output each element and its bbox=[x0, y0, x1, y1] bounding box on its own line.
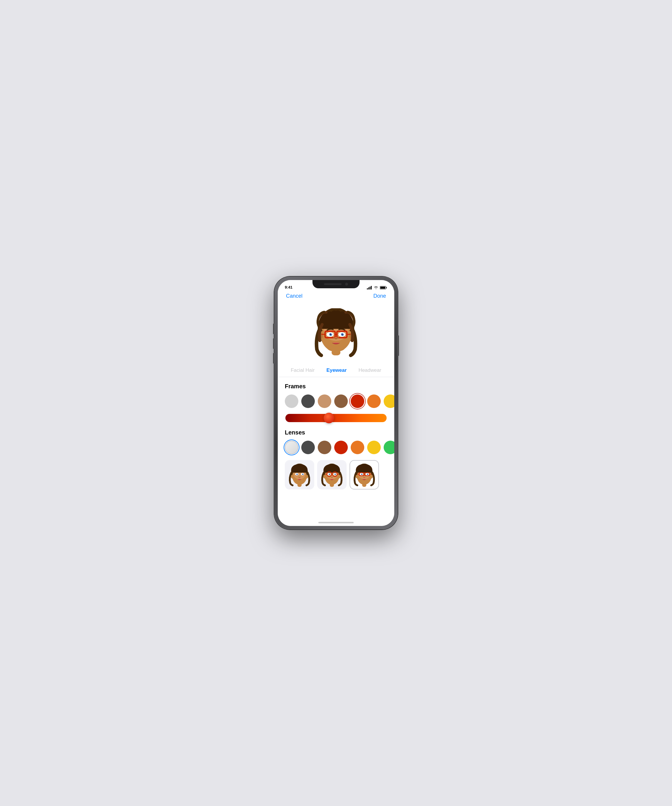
eyewear-thumb-rect-red bbox=[352, 462, 377, 487]
lens-color-clear[interactable] bbox=[285, 441, 298, 454]
eyewear-style-none[interactable] bbox=[285, 460, 314, 489]
tab-facial-hair[interactable]: Facial Hair bbox=[285, 366, 320, 375]
svg-rect-5 bbox=[386, 287, 387, 289]
svg-rect-30 bbox=[332, 350, 340, 355]
phone-screen: 9:41 bbox=[278, 280, 394, 526]
svg-point-28 bbox=[337, 337, 338, 339]
tab-selector: Facial Hair Eyewear Headwear bbox=[278, 363, 394, 377]
signal-icon bbox=[367, 286, 372, 289]
memoji-preview bbox=[278, 304, 394, 363]
frames-section-title: Frames bbox=[285, 383, 387, 390]
svg-point-22 bbox=[331, 334, 332, 334]
svg-rect-3 bbox=[371, 286, 372, 289]
svg-rect-63 bbox=[330, 483, 334, 487]
cancel-button[interactable]: Cancel bbox=[286, 293, 302, 299]
lens-color-yellow[interactable] bbox=[367, 441, 381, 454]
eyewear-style-round-red[interactable] bbox=[317, 460, 347, 489]
content-area[interactable]: Frames Lenses bbox=[278, 377, 394, 519]
frame-color-red[interactable] bbox=[351, 395, 364, 408]
lens-color-swatches bbox=[285, 441, 387, 454]
svg-point-49 bbox=[337, 474, 340, 478]
svg-point-77 bbox=[362, 474, 362, 474]
status-icons bbox=[367, 286, 387, 289]
phone-frame: 9:41 bbox=[274, 276, 398, 530]
svg-rect-44 bbox=[297, 483, 301, 487]
slider-thumb[interactable] bbox=[324, 413, 334, 423]
svg-rect-1 bbox=[368, 287, 369, 289]
home-bar bbox=[319, 522, 353, 523]
svg-point-39 bbox=[297, 474, 298, 474]
svg-rect-6 bbox=[380, 287, 385, 289]
tab-headwear[interactable]: Headwear bbox=[352, 366, 387, 375]
lenses-section-title: Lenses bbox=[285, 429, 387, 436]
eyewear-thumb-none bbox=[287, 462, 312, 487]
frame-color-swatches bbox=[285, 395, 387, 408]
svg-point-43 bbox=[303, 474, 303, 474]
frame-color-brown[interactable] bbox=[334, 395, 348, 408]
speaker bbox=[324, 283, 342, 285]
frame-color-yellow[interactable] bbox=[384, 395, 394, 408]
frame-color-orange[interactable] bbox=[367, 395, 381, 408]
svg-point-58 bbox=[330, 474, 330, 474]
eyewear-style-rect-red[interactable] bbox=[350, 460, 379, 489]
memoji-face bbox=[311, 308, 361, 358]
frame-color-tan[interactable] bbox=[318, 395, 331, 408]
notch bbox=[312, 280, 360, 288]
svg-point-81 bbox=[368, 474, 368, 474]
svg-rect-0 bbox=[367, 288, 368, 289]
svg-point-48 bbox=[323, 474, 326, 478]
top-nav: Cancel Done bbox=[278, 291, 394, 304]
status-time: 9:41 bbox=[285, 285, 292, 289]
frame-color-white[interactable] bbox=[285, 395, 298, 408]
svg-point-68 bbox=[370, 474, 373, 478]
lens-color-orange[interactable] bbox=[351, 441, 364, 454]
lens-color-brown[interactable] bbox=[318, 441, 331, 454]
lens-color-dark-gray[interactable] bbox=[301, 441, 315, 454]
tab-eyewear[interactable]: Eyewear bbox=[320, 366, 352, 375]
done-button[interactable]: Done bbox=[373, 293, 386, 299]
home-indicator[interactable] bbox=[278, 519, 394, 526]
slider-track[interactable] bbox=[286, 414, 386, 422]
frame-shade-slider[interactable] bbox=[285, 414, 387, 422]
svg-point-62 bbox=[335, 474, 336, 474]
lens-color-green[interactable] bbox=[384, 441, 394, 454]
svg-rect-2 bbox=[370, 287, 370, 290]
eyewear-style-grid bbox=[285, 460, 387, 489]
front-camera bbox=[345, 283, 348, 286]
battery-icon bbox=[380, 286, 387, 289]
svg-point-27 bbox=[334, 337, 335, 339]
eyewear-thumb-round-red bbox=[320, 462, 345, 487]
svg-point-34 bbox=[291, 474, 293, 478]
lens-color-red[interactable] bbox=[334, 441, 348, 454]
svg-point-35 bbox=[305, 474, 308, 478]
svg-point-26 bbox=[343, 334, 343, 334]
wifi-icon bbox=[374, 286, 378, 289]
screen-content: 9:41 bbox=[278, 280, 394, 526]
frame-color-dark-gray[interactable] bbox=[301, 395, 315, 408]
svg-rect-82 bbox=[362, 483, 366, 487]
svg-point-67 bbox=[355, 474, 358, 478]
